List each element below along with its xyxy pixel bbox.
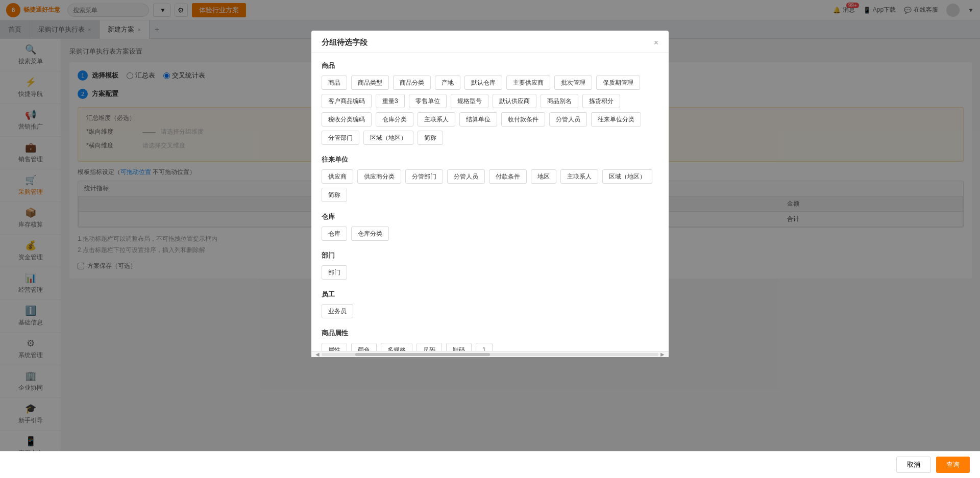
field-tag-attribute[interactable]: 属性 [322,343,347,351]
field-tag-payment-condition[interactable]: 付款条件 [489,169,527,184]
confirm-button[interactable]: 查询 [936,457,970,473]
modal-header: 分组待选字段 × [311,31,669,53]
section-partners: 往来单位 供应商 供应商分类 分管部门 分管人员 付款条件 地区 主联系人 区域… [322,155,658,202]
section-employee: 员工 业务员 [322,290,658,318]
field-tag-payment-terms[interactable]: 收付款条件 [501,112,545,127]
field-tag-batch-mgmt[interactable]: 批次管理 [554,76,592,90]
field-tag-size[interactable]: 尺码 [416,343,442,351]
field-tag-default-warehouse[interactable]: 默认仓库 [464,76,502,90]
section-partners-grid: 供应商 供应商分类 分管部门 分管人员 付款条件 地区 主联系人 区域（地区） … [322,169,658,202]
section-employee-title: 员工 [322,290,658,299]
field-tag-supplier-category[interactable]: 供应商分类 [357,169,401,184]
field-tag-goods[interactable]: 商品 [322,76,347,90]
field-tag-expiry-mgmt[interactable]: 保质期管理 [596,76,640,90]
field-tag-goods-type[interactable]: 商品类型 [351,76,389,90]
field-tag-abbreviation[interactable]: 简称 [322,188,347,202]
field-tag-origin[interactable]: 产地 [435,76,460,90]
section-goods-grid: 商品 商品类型 商品分类 产地 默认仓库 主要供应商 批次管理 保质期管理 客户… [322,76,658,145]
field-tag-area[interactable]: 地区 [531,169,556,184]
field-tag-main-contact[interactable]: 主联系人 [418,112,455,127]
field-tag-shoe-size[interactable]: 鞋码 [446,343,472,351]
field-tag-dept[interactable]: 分管部门 [322,131,359,145]
section-warehouse-title: 仓库 [322,212,658,221]
cancel-button[interactable]: 取消 [896,457,931,473]
horizontal-scrollbar[interactable]: ◀ ▶ [311,351,669,357]
modal-close-btn[interactable]: × [654,39,658,47]
field-tag-manager[interactable]: 分管人员 [549,112,587,127]
field-tag-retail-unit[interactable]: 零售单位 [409,94,447,108]
field-tag-pick-points[interactable]: 拣货积分 [582,94,620,108]
scroll-thumb[interactable] [355,353,490,356]
field-tag-attr-1[interactable]: 1 [476,343,493,351]
section-goods-title: 商品 [322,61,658,70]
field-tag-partner-category[interactable]: 往来单位分类 [591,112,641,127]
section-warehouse: 仓库 仓库 仓库分类 [322,212,658,241]
field-tag-color[interactable]: 颜色 [351,343,377,351]
field-tag-mgmt-dept[interactable]: 分管部门 [405,169,443,184]
section-goods-attrs-grid: 属性 颜色 多规格 尺码 鞋码 1 [322,343,658,351]
scroll-left-arrow[interactable]: ◀ [313,351,322,357]
field-tag-main-supplier[interactable]: 主要供应商 [506,76,550,90]
field-tag-settlement-unit[interactable]: 结算单位 [459,112,497,127]
scroll-right-arrow[interactable]: ▶ [658,351,667,357]
field-selection-modal: 分组待选字段 × 商品 商品 商品类型 商品分类 产地 默认仓库 主要供应商 批… [311,31,669,357]
field-tag-warehouse-category[interactable]: 仓库分类 [376,112,413,127]
modal-footer: 取消 查询 [0,451,980,478]
field-tag-goods-category[interactable]: 商品分类 [393,76,431,90]
field-tag-mgmt-person[interactable]: 分管人员 [447,169,485,184]
field-tag-default-supplier[interactable]: 默认供应商 [493,94,536,108]
field-tag-region2[interactable]: 区域（地区） [602,169,652,184]
section-employee-grid: 业务员 [322,304,658,318]
field-tag-goods-alias[interactable]: 商品别名 [541,94,578,108]
field-tag-tax-code[interactable]: 税收分类编码 [322,112,372,127]
section-department: 部门 部门 [322,251,658,280]
section-goods-attrs-title: 商品属性 [322,329,658,338]
modal-overlay: 分组待选字段 × 商品 商品 商品类型 商品分类 产地 默认仓库 主要供应商 批… [0,0,980,478]
field-tag-salesperson[interactable]: 业务员 [322,304,353,318]
scroll-track[interactable] [322,353,658,356]
section-warehouse-grid: 仓库 仓库分类 [322,227,658,241]
section-goods-attrs: 商品属性 属性 颜色 多规格 尺码 鞋码 1 [322,329,658,351]
field-tag-supplier[interactable]: 供应商 [322,169,353,184]
field-tag-multi-spec[interactable]: 多规格 [381,343,412,351]
field-tag-customer-code[interactable]: 客户商品编码 [322,94,372,108]
field-tag-main-contact2[interactable]: 主联系人 [560,169,598,184]
section-department-grid: 部门 [322,265,658,280]
field-tag-department[interactable]: 部门 [322,265,347,280]
field-tag-warehouse-cat[interactable]: 仓库分类 [351,227,389,241]
field-tag-spec-model[interactable]: 规格型号 [451,94,488,108]
section-goods: 商品 商品 商品类型 商品分类 产地 默认仓库 主要供应商 批次管理 保质期管理… [322,61,658,145]
section-partners-title: 往来单位 [322,155,658,164]
modal-title: 分组待选字段 [322,38,368,47]
field-tag-short-name[interactable]: 简称 [418,131,443,145]
section-department-title: 部门 [322,251,658,260]
field-tag-warehouse[interactable]: 仓库 [322,227,347,241]
field-tag-region[interactable]: 区域（地区） [363,131,413,145]
modal-body[interactable]: 商品 商品 商品类型 商品分类 产地 默认仓库 主要供应商 批次管理 保质期管理… [311,53,669,351]
field-tag-weight3[interactable]: 重量3 [376,94,405,108]
